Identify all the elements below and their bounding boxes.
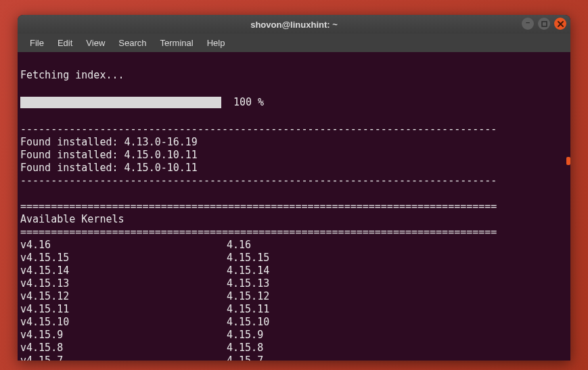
window-title: shovon@linuxhint: ~: [250, 20, 338, 30]
kernel-version: 4.15.15: [227, 252, 269, 264]
kernel-version: 4.15.7: [227, 354, 263, 361]
installed-line: Found installed: 4.13.0-16.19: [20, 136, 568, 149]
minimize-icon: –: [526, 18, 530, 26]
progress-line: 100 %: [20, 96, 568, 109]
close-button[interactable]: [554, 18, 566, 30]
kernel-row: v4.15.114.15.11: [20, 303, 568, 316]
progress-bar: [20, 97, 221, 108]
installed-line: Found installed: 4.15.0-10.11: [20, 162, 568, 175]
kernel-version-tag: v4.15.11: [20, 303, 227, 316]
installed-line: Found installed: 4.15.0.10.11: [20, 149, 568, 162]
progress-percent: 100 %: [233, 96, 264, 109]
kernel-version-tag: v4.16: [20, 239, 227, 252]
menu-view[interactable]: View: [79, 35, 112, 51]
kernel-row: v4.15.74.15.7: [20, 354, 568, 361]
separator-equals: ========================================…: [20, 200, 568, 213]
kernel-row: v4.164.16: [20, 239, 568, 252]
kernel-version-tag: v4.15.12: [20, 290, 227, 303]
kernel-version-tag: v4.15.14: [20, 264, 227, 277]
fetching-line: Fetching index...: [20, 69, 568, 82]
maximize-button[interactable]: [538, 18, 550, 30]
blank-line: [20, 110, 568, 123]
menubar: File Edit View Search Terminal Help: [18, 34, 570, 52]
kernel-version: 4.16: [227, 239, 251, 252]
blank-line: [20, 56, 568, 69]
close-icon: [558, 21, 564, 27]
available-kernels-title: Available Kernels: [20, 213, 568, 226]
kernel-row: v4.15.154.15.15: [20, 252, 568, 264]
kernel-version: 4.15.14: [227, 264, 269, 277]
kernel-row: v4.15.94.15.9: [20, 329, 568, 342]
minimize-button[interactable]: –: [522, 18, 534, 30]
kernel-version-tag: v4.15.8: [20, 342, 227, 354]
kernel-version-tag: v4.15.15: [20, 252, 227, 264]
kernel-row: v4.15.134.15.13: [20, 277, 568, 290]
separator-dashes: ----------------------------------------…: [20, 123, 568, 136]
kernel-row: v4.15.84.15.8: [20, 342, 568, 354]
menu-terminal[interactable]: Terminal: [154, 35, 200, 51]
blank-line: [20, 82, 568, 95]
kernel-row: v4.15.124.15.12: [20, 290, 568, 303]
kernel-version: 4.15.11: [227, 303, 269, 316]
blank-line: [20, 187, 568, 200]
terminal-window: shovon@linuxhint: ~ – File Edit View Sea…: [18, 15, 570, 361]
kernel-version-tag: v4.15.9: [20, 329, 227, 342]
titlebar: shovon@linuxhint: ~ –: [18, 15, 570, 34]
separator-equals: ========================================…: [20, 226, 568, 239]
menu-edit[interactable]: Edit: [51, 35, 79, 51]
kernel-version: 4.15.13: [227, 277, 269, 290]
kernel-version: 4.15.10: [227, 316, 269, 329]
kernel-version: 4.15.9: [227, 329, 263, 342]
kernel-version-tag: v4.15.10: [20, 316, 227, 329]
kernel-version: 4.15.8: [227, 342, 263, 354]
menu-help[interactable]: Help: [200, 35, 232, 51]
kernel-row: v4.15.104.15.10: [20, 316, 568, 329]
menu-file[interactable]: File: [23, 35, 51, 51]
kernel-version-tag: v4.15.13: [20, 277, 227, 290]
scrollbar-thumb[interactable]: [566, 157, 570, 165]
kernel-version: 4.15.12: [227, 290, 269, 303]
menu-search[interactable]: Search: [112, 35, 153, 51]
maximize-icon: [541, 21, 547, 27]
kernel-version-tag: v4.15.7: [20, 354, 227, 361]
separator-dashes: ----------------------------------------…: [20, 175, 568, 187]
window-controls: –: [522, 18, 566, 30]
terminal-body[interactable]: Fetching index... 100 % ----------------…: [18, 52, 570, 361]
svg-rect-0: [542, 22, 547, 26]
kernel-row: v4.15.144.15.14: [20, 264, 568, 277]
